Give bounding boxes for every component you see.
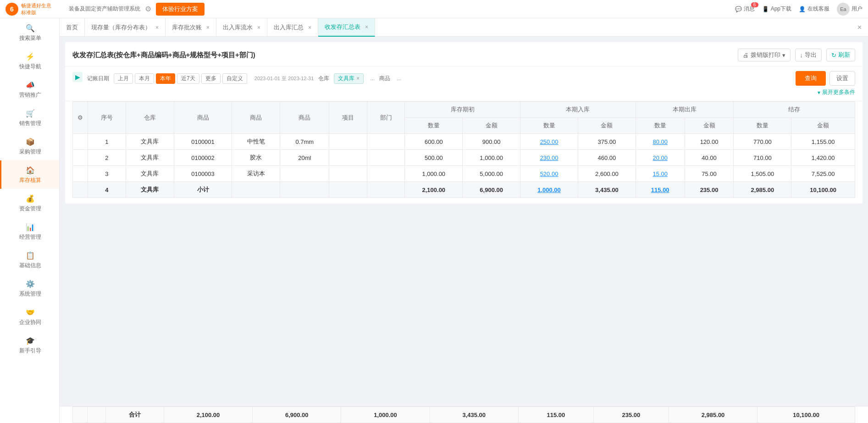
row2-in-qty[interactable]: 230.00: [520, 150, 578, 166]
subtotal-init-qty: 2,100.00: [405, 182, 463, 198]
sidebar-label-quick-nav: 快捷导航: [19, 63, 41, 71]
subtotal-label: 小计: [174, 182, 232, 198]
tab-stock-dist[interactable]: 现存量（库存分布表） ×: [85, 18, 166, 37]
export-icon: ↓: [800, 52, 803, 59]
subtotal-out-qty[interactable]: 115.00: [636, 182, 685, 198]
export-button[interactable]: ↓ 导出: [795, 49, 822, 61]
operations-icon: 📊: [26, 223, 35, 231]
system-settings-icon[interactable]: ⚙: [145, 5, 151, 13]
settings-col-header[interactable]: ⚙: [73, 102, 88, 134]
subtotal-bal-amt: 10,100.00: [791, 182, 855, 198]
warehouse-tag[interactable]: 文具库 ×: [334, 73, 364, 84]
inventory-icon: 🏠: [26, 166, 35, 175]
col-header-balance: 结存: [734, 102, 855, 118]
row1-code: 0100001: [174, 134, 232, 150]
tab-home[interactable]: 首页: [60, 18, 85, 37]
row1-name: 中性笔: [232, 134, 280, 150]
sidebar-item-quick-nav[interactable]: ⚡ 快捷导航: [0, 47, 59, 75]
row2-warehouse: 文具库: [126, 150, 174, 166]
date-btn-7days[interactable]: 近7天: [177, 73, 199, 84]
subtotal-in-amt: 3,435.00: [578, 182, 636, 198]
marketing-icon: 📣: [26, 81, 35, 89]
data-table-wrapper: ⚙ 序号 仓库 商品 商品 商品 项目 部门 库存期初: [72, 101, 855, 198]
subtotal-row: 4 文具库 小计 2,100.00 6,900.00 1,000.0: [73, 182, 855, 198]
warehouse-more[interactable]: ...: [370, 75, 375, 82]
sidebar-item-guide[interactable]: 🎓 新手引导: [0, 331, 59, 359]
page-card: 收发存汇总表(按仓库+商品编码+商品+规格型号+项目+部门) 🖨 拨销版打印 ▾…: [65, 42, 862, 203]
search-icon: 🔍: [26, 24, 35, 33]
expand-conditions-button[interactable]: ▾ 展开更多条件: [818, 88, 855, 96]
sub-header-bal-amt: 金额: [791, 118, 855, 134]
online-service-item[interactable]: 👤 在线客服: [799, 5, 829, 13]
row3-in-amt: 2,600.00: [578, 166, 636, 182]
experience-button[interactable]: 体验行业方案: [156, 3, 205, 16]
date-btn-last-month[interactable]: 上月: [114, 73, 133, 84]
sub-header-out-qty: 数量: [636, 118, 685, 134]
tab-close-recv-send[interactable]: ×: [365, 24, 368, 30]
row1-out-qty[interactable]: 80.00: [636, 134, 685, 150]
date-btn-this-month[interactable]: 本月: [135, 73, 154, 84]
goods-more[interactable]: ...: [397, 75, 401, 82]
tab-inout-summary[interactable]: 出入库汇总 ×: [267, 18, 318, 37]
col-header-name: 商品: [232, 102, 280, 134]
row1-project: [329, 134, 367, 150]
print-button[interactable]: 🖨 拨销版打印 ▾: [738, 49, 791, 61]
sidebar-item-operations[interactable]: 📊 经营管理: [0, 217, 59, 246]
goods-label: 商品: [379, 75, 390, 82]
subtotal-in-qty[interactable]: 1,000.00: [520, 182, 578, 198]
tab-close-inout-summary[interactable]: ×: [308, 24, 311, 31]
col-header-warehouse: 仓库: [126, 102, 174, 134]
settings-filter-button[interactable]: 设置: [829, 71, 855, 86]
sidebar-label-purchase: 采购管理: [19, 148, 41, 156]
phone-icon: 📱: [762, 6, 769, 12]
sidebar-item-marketing[interactable]: 📣 营销推广: [0, 75, 59, 104]
query-button[interactable]: 查询: [796, 71, 826, 86]
app-download-item[interactable]: 📱 App下载: [762, 5, 791, 13]
row2-out-qty[interactable]: 20.00: [636, 150, 685, 166]
sidebar-item-basic-info[interactable]: 📋 基础信息: [0, 246, 59, 274]
tab-close-inout-flow[interactable]: ×: [257, 24, 260, 31]
user-avatar: Ea: [837, 3, 850, 16]
row1-settings: [73, 134, 88, 150]
date-btn-more[interactable]: 更多: [201, 73, 221, 84]
total-empty1: [73, 407, 88, 423]
row2-project: [329, 150, 367, 166]
row3-init-amt: 5,000.00: [463, 166, 520, 182]
warehouse-tag-close[interactable]: ×: [356, 75, 359, 82]
row3-in-qty[interactable]: 520.00: [520, 166, 578, 182]
row3-out-qty[interactable]: 15.00: [636, 166, 685, 182]
refresh-icon: ↻: [831, 52, 836, 59]
message-icon-item[interactable]: 💬 消息 6: [735, 5, 755, 13]
sidebar-item-purchase[interactable]: 📦 采购管理: [0, 132, 59, 160]
sidebar-item-sales[interactable]: 🛒 销售管理: [0, 104, 59, 132]
user-item[interactable]: Ea 用户: [837, 3, 862, 16]
sidebar-item-inventory[interactable]: 🏠 库存核算: [0, 160, 59, 189]
sidebar-item-cooperation[interactable]: 🤝 企业协同: [0, 302, 59, 331]
refresh-button[interactable]: ↻ 刷新: [826, 49, 855, 61]
tab-bar-close-all[interactable]: ×: [851, 23, 868, 32]
row1-seq: 1: [88, 134, 126, 150]
tab-inout-flow[interactable]: 出入库流水 ×: [216, 18, 267, 37]
col-header-spec: 商品: [280, 102, 329, 134]
subtotal-empty4: [367, 182, 405, 198]
tab-close-stock-dist[interactable]: ×: [155, 24, 159, 31]
filter-toggle-button[interactable]: ▶: [72, 72, 83, 82]
date-btn-custom[interactable]: 自定义: [222, 73, 247, 84]
page-title-bar: 收发存汇总表(按仓库+商品编码+商品+规格型号+项目+部门) 🖨 拨销版打印 ▾…: [65, 42, 862, 66]
row1-in-qty[interactable]: 250.00: [520, 134, 578, 150]
sidebar-item-search[interactable]: 🔍 搜索菜单: [0, 18, 59, 47]
sidebar-label-search: 搜索菜单: [19, 34, 41, 42]
row2-seq: 2: [88, 150, 126, 166]
row2-bal-amt: 1,420.00: [791, 150, 855, 166]
quick-nav-icon: ⚡: [26, 52, 35, 61]
date-btn-this-year[interactable]: 本年: [156, 73, 175, 84]
sidebar-item-system[interactable]: ⚙️ 系统管理: [0, 274, 59, 302]
tab-close-batch-ledger[interactable]: ×: [206, 24, 210, 31]
tab-batch-ledger[interactable]: 库存批次账 ×: [166, 18, 216, 37]
total-init-amt: 6,900.00: [253, 407, 341, 423]
total-bal-qty: 2,985.00: [669, 407, 757, 423]
sidebar: 🔍 搜索菜单 ⚡ 快捷导航 📣 营销推广 🛒 销售管理 📦 采购管理 🏠: [0, 18, 60, 423]
row3-bal-qty: 1,505.00: [734, 166, 791, 182]
sidebar-item-finance[interactable]: 💰 资金管理: [0, 189, 59, 217]
tab-recv-send-summary[interactable]: 收发存汇总表 ×: [318, 18, 375, 37]
